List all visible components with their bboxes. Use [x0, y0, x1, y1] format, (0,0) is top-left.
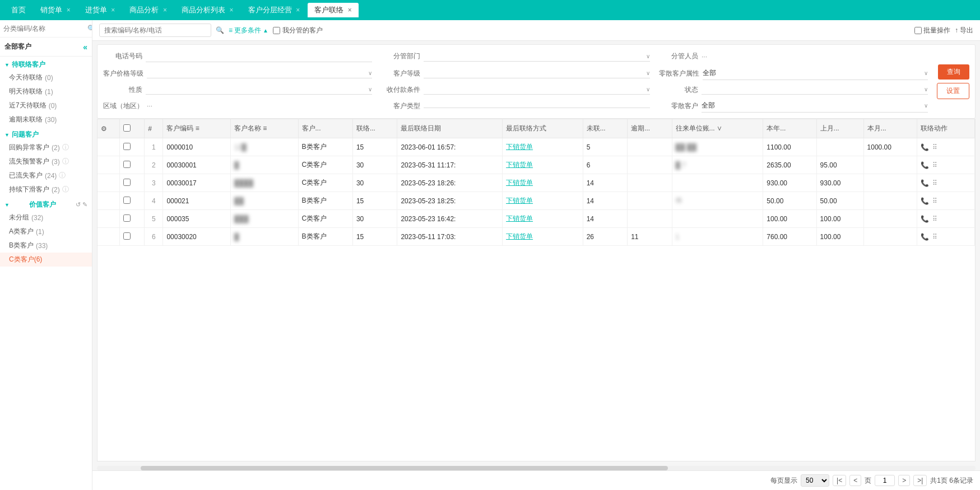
row-checkbox[interactable]	[120, 174, 145, 192]
row-checkbox[interactable]	[120, 192, 145, 210]
more-action-icon[interactable]: ⠿	[932, 197, 937, 205]
batch-ops-btn[interactable]: 批量操作	[914, 26, 950, 35]
col-code[interactable]: 客户编码 ≡	[163, 119, 231, 138]
sidebar-search-icon[interactable]: 🔍	[87, 25, 92, 32]
nav-customer-segment[interactable]: 客户分层经营 ×	[241, 3, 307, 17]
export-btn[interactable]: ↑ 导出	[955, 26, 973, 35]
phone-action-icon[interactable]: 📞	[921, 161, 929, 169]
set-button[interactable]: 设置	[937, 83, 969, 99]
phone-action-icon[interactable]: 📞	[921, 233, 929, 241]
batch-ops-checkbox[interactable]	[914, 27, 922, 34]
phone-action-icon[interactable]: 📞	[921, 143, 929, 151]
more-action-icon[interactable]: ⠿	[932, 143, 937, 151]
sidebar-item-today[interactable]: 今天待联络(0)	[0, 71, 92, 85]
row-select-checkbox[interactable]	[123, 161, 131, 168]
more-action-icon[interactable]: ⠿	[932, 161, 937, 169]
sidebar-all-customers[interactable]: 全部客户 «	[0, 38, 92, 57]
row-last-method[interactable]: 下销货单	[503, 210, 583, 228]
query-button[interactable]: 查询	[938, 64, 969, 80]
close-product-list-icon[interactable]: ×	[230, 6, 234, 14]
row-last-method[interactable]: 下销货单	[503, 228, 583, 246]
nav-product-analysis[interactable]: 商品分析 ×	[123, 3, 174, 17]
sidebar-search-input[interactable]	[3, 25, 87, 32]
dept-select[interactable]: ∨	[424, 52, 650, 62]
nav-sales[interactable]: 销货单 ×	[34, 3, 77, 17]
phone-input[interactable]	[146, 50, 372, 62]
row-select-checkbox[interactable]	[123, 143, 131, 150]
row-action[interactable]: 📞⠿	[917, 210, 974, 228]
per-page-select[interactable]: 50 100 200	[801, 474, 829, 487]
sidebar-item-overdue-contact[interactable]: 逾期未联络(30)	[0, 113, 92, 127]
first-page-btn[interactable]: |<	[833, 475, 846, 486]
row-last-method[interactable]: 下销货单	[503, 138, 583, 156]
col-name[interactable]: 客户名称 ≡	[230, 119, 298, 138]
sidebar-item-churn-warning[interactable]: 流失预警客户(3)ⓘ	[0, 155, 92, 169]
sidebar-item-tomorrow[interactable]: 明天待联络(1)	[0, 85, 92, 99]
close-purchase-icon[interactable]: ×	[111, 6, 115, 14]
search-icon[interactable]: 🔍	[216, 26, 224, 34]
nav-product-list[interactable]: 商品分析列表 ×	[175, 3, 240, 17]
more-action-icon[interactable]: ⠿	[932, 215, 937, 223]
sidebar-item-class-b[interactable]: B类客户(33)	[0, 239, 92, 253]
row-action[interactable]: 📞⠿	[917, 174, 974, 192]
horizontal-scrollbar[interactable]	[97, 466, 976, 470]
customer-level-select[interactable]: ∨	[424, 68, 650, 78]
my-customers-checkbox[interactable]	[273, 27, 280, 34]
customer-type-select[interactable]	[424, 104, 650, 108]
row-select-checkbox[interactable]	[123, 197, 131, 204]
sidebar-item-class-a[interactable]: A类客户(1)	[0, 225, 92, 239]
row-select-checkbox[interactable]	[123, 179, 131, 186]
section-pending-contact[interactable]: 待联络客户	[0, 57, 92, 71]
page-number-input[interactable]	[875, 475, 895, 486]
person-ellipsis[interactable]: ···	[702, 53, 707, 60]
row-checkbox[interactable]	[120, 138, 145, 156]
retail-customer-select[interactable]: 全部 ∨	[702, 99, 928, 113]
gear-icon[interactable]: ⚙	[101, 125, 107, 133]
close-product-analysis-icon[interactable]: ×	[163, 6, 167, 14]
row-action[interactable]: 📞⠿	[917, 192, 974, 210]
nav-purchase[interactable]: 进货单 ×	[78, 3, 122, 17]
sidebar-item-unclassified[interactable]: 未分组(32)	[0, 211, 92, 225]
last-page-btn[interactable]: >|	[913, 475, 927, 486]
col-checkbox[interactable]	[120, 119, 145, 138]
row-last-method[interactable]: 下销货单	[503, 192, 583, 210]
phone-action-icon[interactable]: 📞	[921, 197, 929, 205]
row-action[interactable]: 📞⠿	[917, 228, 974, 246]
sidebar-item-declining[interactable]: 持续下滑客户(2)ⓘ	[0, 183, 92, 197]
row-select-checkbox[interactable]	[123, 214, 131, 222]
row-last-method[interactable]: 下销货单	[503, 174, 583, 192]
row-action[interactable]: 📞⠿	[917, 156, 974, 174]
sidebar-item-repurchase-abnormal[interactable]: 回购异常客户(2)ⓘ	[0, 141, 92, 155]
my-customers-filter[interactable]: 我分管的客户	[273, 26, 323, 35]
region-ellipsis[interactable]: ···	[147, 102, 152, 110]
value-level-select[interactable]: ∨	[147, 68, 372, 78]
nav-home[interactable]: 首页	[4, 3, 32, 17]
gender-select[interactable]: ∨	[146, 85, 372, 95]
close-customer-segment-icon[interactable]: ×	[296, 6, 300, 14]
scrollbar-thumb[interactable]	[141, 466, 668, 470]
select-all-checkbox[interactable]	[123, 124, 131, 132]
status-select[interactable]: ∨	[702, 85, 928, 95]
sidebar-item-7days[interactable]: 近7天待联络(0)	[0, 99, 92, 113]
retail-attr-select[interactable]: 全部 ∨	[703, 67, 928, 80]
section-value-customers[interactable]: 价值客户 ↺ ✎	[0, 197, 92, 211]
row-last-method[interactable]: 下销货单	[503, 156, 583, 174]
more-action-icon[interactable]: ⠿	[932, 179, 937, 187]
search-input[interactable]	[99, 24, 211, 37]
nav-customer-contact[interactable]: 客户联络 ×	[308, 3, 359, 17]
more-action-icon[interactable]: ⠿	[932, 233, 937, 241]
row-action[interactable]: 📞⠿	[917, 138, 974, 156]
close-sales-icon[interactable]: ×	[67, 6, 71, 14]
sidebar-item-class-c[interactable]: C类客户(6)	[0, 253, 92, 267]
col-gear[interactable]: ⚙	[97, 119, 120, 138]
next-page-btn[interactable]: >	[898, 475, 910, 486]
phone-action-icon[interactable]: 📞	[921, 215, 929, 223]
row-checkbox[interactable]	[120, 156, 145, 174]
filter-more-btn[interactable]: ≡ 更多条件 ▲	[229, 26, 268, 35]
row-checkbox[interactable]	[120, 210, 145, 228]
close-customer-contact-icon[interactable]: ×	[348, 6, 352, 14]
sidebar-item-churned[interactable]: 已流失客户(24)ⓘ	[0, 169, 92, 183]
prev-page-btn[interactable]: <	[849, 475, 861, 486]
payment-select[interactable]: ∨	[424, 85, 650, 95]
row-select-checkbox[interactable]	[123, 232, 131, 240]
